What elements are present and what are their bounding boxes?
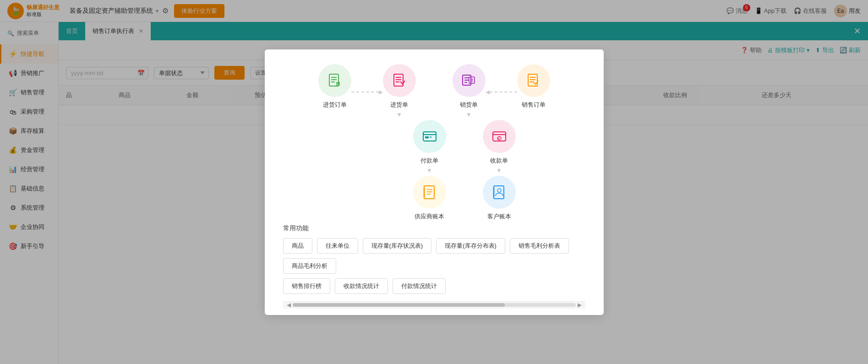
svg-text:¥: ¥ <box>498 137 500 140</box>
scroll-bar: ◀ ▶ <box>283 301 585 309</box>
arrow-left-1: ◀ <box>486 89 517 95</box>
down-arrow-purchase: ▼ <box>383 111 416 118</box>
sale-circle[interactable] <box>453 64 486 97</box>
modal-dialog: 进货订单 ▶ 进货单 销货单 <box>265 49 604 315</box>
flow-node-sales-order: 销售订单 <box>517 64 550 109</box>
flow-arrows-row: ▼ ▼ <box>283 111 585 118</box>
flow-top-row: 进货订单 ▶ 进货单 销货单 <box>283 64 585 109</box>
func-btn-payment-stats[interactable]: 付款情况统计 <box>393 278 446 294</box>
svg-rect-34 <box>493 187 495 197</box>
svg-rect-28 <box>424 186 434 199</box>
svg-rect-13 <box>469 77 475 83</box>
scroll-right-icon[interactable]: ▶ <box>576 302 584 308</box>
scroll-track[interactable] <box>293 303 576 307</box>
supplier-ledger-circle[interactable] <box>413 176 446 209</box>
func-buttons-row2: 销售排行榜 收款情况统计 付款情况统计 <box>283 278 585 294</box>
func-btn-sales-profit[interactable]: 销售毛利分析表 <box>510 238 569 254</box>
func-btn-partner[interactable]: 往来单位 <box>317 238 358 254</box>
common-functions: 常用功能 商品 往来单位 现存量(库存状况表) 现存量(库存分布表) 销售毛利分… <box>283 224 585 294</box>
flow-node-purchase-order: 进货订单 <box>318 64 351 109</box>
scroll-left-icon[interactable]: ◀ <box>285 302 293 308</box>
func-btn-stock-dist[interactable]: 现存量(库存分布表) <box>436 238 505 254</box>
modal-overlay[interactable]: 进货订单 ▶ 进货单 销货单 <box>0 0 868 364</box>
flow-node-supplier-ledger: 供应商账本 <box>413 176 446 221</box>
scroll-thumb <box>293 303 505 307</box>
down-arrow-sale: ▼ <box>453 111 486 118</box>
purchase-circle[interactable] <box>383 64 416 97</box>
func-btn-sales-rank[interactable]: 销售排行榜 <box>283 278 330 294</box>
receipt-circle[interactable]: ¥ <box>483 120 516 153</box>
flow-node-sale: 销货单 <box>453 64 486 109</box>
common-functions-title: 常用功能 <box>283 224 585 233</box>
func-btn-receipt-stats[interactable]: 收款情况统计 <box>335 278 388 294</box>
customer-ledger-circle[interactable] <box>483 176 516 209</box>
flow-arrows-row2: ▼ ▼ <box>283 167 585 174</box>
flow-third-row: 供应商账本 客户账本 <box>283 176 585 221</box>
flow-node-customer-ledger: 客户账本 <box>483 176 516 221</box>
sales-order-circle[interactable] <box>517 64 550 97</box>
func-buttons-row1: 商品 往来单位 现存量(库存状况表) 现存量(库存分布表) 销售毛利分析表 商品… <box>283 238 585 274</box>
func-btn-stock-status[interactable]: 现存量(库存状况表) <box>363 238 432 254</box>
arrow-right-1: ▶ <box>351 89 383 95</box>
flow-second-row: ¥ 付款单 ¥ 收款单 <box>283 120 585 165</box>
svg-rect-22 <box>425 136 429 138</box>
flow-node-purchase: 进货单 <box>383 64 416 109</box>
svg-point-35 <box>497 189 501 192</box>
func-btn-product[interactable]: 商品 <box>283 238 312 254</box>
func-btn-product-profit[interactable]: 商品毛利分析 <box>283 258 336 274</box>
svg-text:¥: ¥ <box>429 135 432 139</box>
purchase-order-circle[interactable] <box>318 64 351 97</box>
svg-rect-29 <box>423 187 425 197</box>
payment-circle[interactable]: ¥ <box>413 120 446 153</box>
flow-node-receipt: ¥ 收款单 <box>483 120 516 165</box>
flow-node-payment: ¥ 付款单 <box>413 120 446 165</box>
